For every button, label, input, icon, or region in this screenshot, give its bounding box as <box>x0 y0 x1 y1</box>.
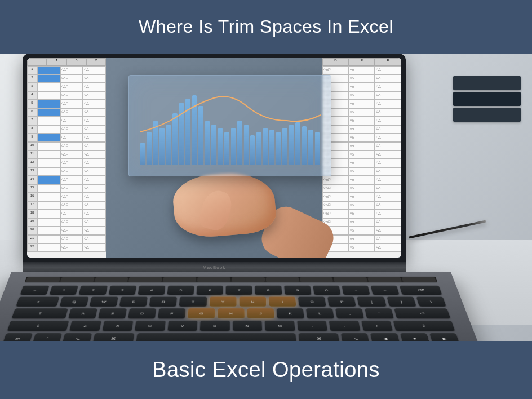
book <box>453 108 521 122</box>
book <box>453 76 521 90</box>
laptop: A B C 1○△□○△ 2○△□○△ 3○△□○△ 4○△□○△ 5○△□○△… <box>23 54 428 341</box>
footer-title: Basic Excel Operations <box>152 358 380 382</box>
header-title: Where Is Trim Spaces In Excel <box>139 16 393 37</box>
floating-chart <box>128 75 331 176</box>
laptop-keyboard: ~123 4567 890- =⌫ ⇥QWE RTYU IOP[ ]\ ⇪ASD… <box>0 272 483 341</box>
spreadsheet-columns-right: D E F ○△□○△○△ ○△□○△○△ ○△□○△○△ ○△□○△○△ ○△… <box>322 58 401 258</box>
spreadsheet-columns-left: A B C 1○△□○△ 2○△□○△ 3○△□○△ 4○△□○△ 5○△□○△… <box>27 58 106 258</box>
footer-banner: Basic Excel Operations <box>0 341 532 399</box>
touchbar <box>24 277 437 283</box>
hero-illustration: A B C 1○△□○△ 2○△□○△ 3○△□○△ 4○△□○△ 5○△□○△… <box>0 54 532 341</box>
laptop-screen-frame: A B C 1○△□○△ 2○△□○△ 3○△□○△ 4○△□○△ 5○△□○△… <box>23 54 406 262</box>
book-stack <box>453 76 521 127</box>
header-banner: Where Is Trim Spaces In Excel <box>0 0 532 54</box>
laptop-screen: A B C 1○△□○△ 2○△□○△ 3○△□○△ 4○△□○△ 5○△□○△… <box>27 58 401 258</box>
laptop-brand-label: MacBook <box>23 262 406 272</box>
book <box>453 92 521 106</box>
chart-line-icon <box>129 76 331 176</box>
